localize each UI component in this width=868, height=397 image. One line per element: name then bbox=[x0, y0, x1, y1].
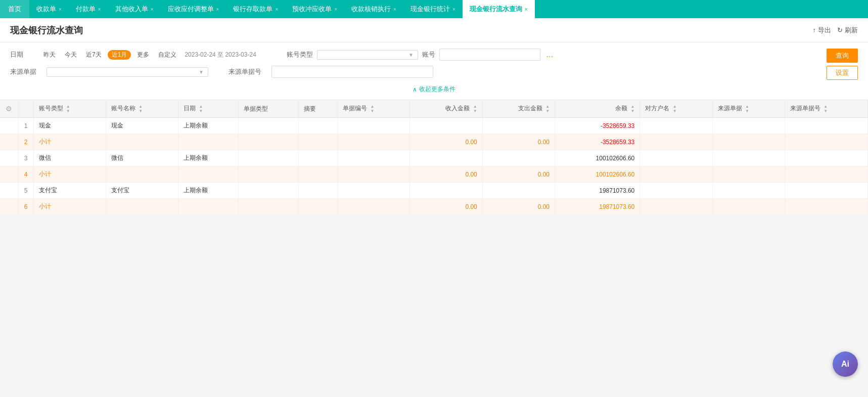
page-header: 现金银行流水查询 ↑ 导出 ↻ 刷新 bbox=[0, 18, 868, 42]
refresh-button[interactable]: ↻ 刷新 bbox=[837, 26, 858, 35]
source-doc-select[interactable]: ▼ bbox=[47, 67, 208, 77]
date-opt-today[interactable]: 今天 bbox=[62, 50, 80, 60]
nav-receipt-verify[interactable]: 收款核销执行 × bbox=[344, 0, 403, 18]
row-income-3: 0.00 bbox=[410, 166, 482, 183]
nav-cash-bank-stat-close[interactable]: × bbox=[452, 7, 455, 12]
date-opt-more[interactable]: 更多 bbox=[134, 50, 152, 60]
nav-other-income-close[interactable]: × bbox=[151, 7, 154, 12]
th-account-type-label: 账号类型 bbox=[39, 105, 63, 112]
collapse-icon: ∧ bbox=[413, 86, 417, 93]
th-source-doc-num[interactable]: 来源单据号 ▲▼ bbox=[785, 100, 867, 118]
th-balance[interactable]: 余额 ▲▼ bbox=[555, 100, 640, 118]
settings-button[interactable]: 设置 bbox=[827, 66, 858, 80]
row-income-0 bbox=[410, 118, 482, 134]
th-doc-num-label: 单据编号 bbox=[343, 105, 367, 112]
nav-cash-bank-flow-close[interactable]: × bbox=[525, 7, 528, 12]
nav-bank-deposit-close[interactable]: × bbox=[275, 7, 278, 12]
table-body: 1 现金 现金 上期余额 -3528659.33 2 小计 0.00 0.00 … bbox=[0, 118, 868, 215]
row-gear-2 bbox=[0, 150, 18, 166]
account-label: 账号 bbox=[422, 50, 435, 59]
nav-cash-bank-stat[interactable]: 现金银行统计 × bbox=[403, 0, 463, 18]
row-source-doc-num-0 bbox=[785, 118, 867, 134]
filter-area: 日期 昨天 今天 近7天 近1月 更多 自定义 2023-02-24 至 202… bbox=[0, 42, 868, 100]
row-account-type-5: 小计 bbox=[33, 199, 106, 215]
nav-receipt-verify-label: 收款核销执行 bbox=[351, 5, 391, 14]
row-balance-2: 100102606.60 bbox=[555, 150, 640, 166]
nav-ar-ap-adjust-close[interactable]: × bbox=[216, 7, 219, 12]
nav-prepay-offset-close[interactable]: × bbox=[334, 7, 337, 12]
table-header-row: ⚙ 账号类型 ▲▼ 账号名称 ▲▼ 日期 ▲▼ 单据类型 bbox=[0, 100, 868, 118]
refresh-icon: ↻ bbox=[837, 26, 843, 34]
th-counterpart[interactable]: 对方户名 ▲▼ bbox=[640, 100, 712, 118]
data-table: ⚙ 账号类型 ▲▼ 账号名称 ▲▼ 日期 ▲▼ 单据类型 bbox=[0, 100, 868, 215]
row-expend-0 bbox=[482, 118, 555, 134]
th-expend-amount[interactable]: 支出金额 ▲▼ bbox=[482, 100, 555, 118]
collapse-bar[interactable]: ∧ 收起更多条件 bbox=[10, 83, 858, 96]
query-button[interactable]: 查询 bbox=[827, 49, 858, 63]
row-expend-2 bbox=[482, 150, 555, 166]
nav-other-income[interactable]: 其他收入单 × bbox=[108, 0, 161, 18]
row-num-2: 3 bbox=[18, 150, 33, 166]
nav-receipt[interactable]: 收款单 × bbox=[29, 0, 69, 18]
row-source-doc-num-2 bbox=[785, 150, 867, 166]
row-doc-num-1 bbox=[338, 134, 410, 150]
account-dots-button[interactable]: ... bbox=[544, 50, 555, 59]
nav-ar-ap-adjust-label: 应收应付调整单 bbox=[168, 5, 214, 14]
refresh-label: 刷新 bbox=[845, 26, 858, 35]
table-row: 5 支付宝 支付宝 上期余额 19871073.60 bbox=[0, 183, 868, 199]
th-doc-num[interactable]: 单据编号 ▲▼ bbox=[338, 100, 410, 118]
sort-doc-num-icon: ▲▼ bbox=[370, 104, 374, 113]
row-source-doc-num-3 bbox=[785, 166, 867, 183]
settings-gear-icon[interactable]: ⚙ bbox=[6, 105, 12, 113]
nav-receipt-close[interactable]: × bbox=[59, 7, 62, 12]
th-income-amount[interactable]: 收入金额 ▲▼ bbox=[410, 100, 482, 118]
date-opt-7days[interactable]: 近7天 bbox=[83, 50, 105, 60]
row-balance-0: -3528659.33 bbox=[555, 118, 640, 134]
th-source-doc[interactable]: 来源单据 ▲▼ bbox=[712, 100, 785, 118]
filter-row-source: 来源单据 ▼ 来源单据号 bbox=[10, 66, 827, 78]
row-source-doc-num-5 bbox=[785, 199, 867, 215]
row-counterpart-3 bbox=[640, 166, 712, 183]
account-type-select[interactable]: ▼ bbox=[317, 50, 418, 60]
account-input[interactable] bbox=[439, 49, 540, 61]
row-counterpart-2 bbox=[640, 150, 712, 166]
source-doc-num-input[interactable] bbox=[271, 66, 433, 78]
th-summary-label: 摘要 bbox=[304, 105, 316, 112]
table-row: 4 小计 0.00 0.00 100102606.60 bbox=[0, 166, 868, 183]
row-account-type-1: 小计 bbox=[33, 134, 106, 150]
row-account-type-2: 微信 bbox=[33, 150, 106, 166]
th-account-name[interactable]: 账号名称 ▲▼ bbox=[106, 100, 178, 118]
table-row: 1 现金 现金 上期余额 -3528659.33 bbox=[0, 118, 868, 134]
th-expend-amount-label: 支出金额 bbox=[518, 105, 542, 112]
nav-payment[interactable]: 付款单 × bbox=[69, 0, 108, 18]
sort-date-icon: ▲▼ bbox=[199, 104, 203, 113]
nav-cash-bank-flow[interactable]: 现金银行流水查询 × bbox=[463, 0, 535, 18]
row-account-name-3 bbox=[106, 166, 178, 183]
sort-income-icon: ▲▼ bbox=[473, 104, 477, 113]
export-button[interactable]: ↑ 导出 bbox=[813, 26, 832, 35]
date-opt-1month[interactable]: 近1月 bbox=[108, 50, 131, 60]
date-opt-yesterday[interactable]: 昨天 bbox=[40, 50, 59, 60]
source-doc-label: 来源单据 bbox=[10, 67, 36, 76]
row-date-1 bbox=[178, 134, 239, 150]
th-date[interactable]: 日期 ▲▼ bbox=[178, 100, 239, 118]
nav-ar-ap-adjust[interactable]: 应收应付调整单 × bbox=[161, 0, 226, 18]
row-expend-5: 0.00 bbox=[482, 199, 555, 215]
nav-receipt-verify-close[interactable]: × bbox=[393, 7, 396, 12]
nav-prepay-offset[interactable]: 预收冲应收单 × bbox=[285, 0, 344, 18]
row-date-2: 上期余额 bbox=[178, 150, 239, 166]
th-rownum bbox=[18, 100, 33, 118]
row-date-5 bbox=[178, 199, 239, 215]
nav-cash-bank-stat-label: 现金银行统计 bbox=[410, 5, 450, 14]
row-expend-4 bbox=[482, 183, 555, 199]
row-num-3: 4 bbox=[18, 166, 33, 183]
row-gear-3 bbox=[0, 166, 18, 183]
row-doc-type-5 bbox=[238, 199, 298, 215]
nav-bank-deposit[interactable]: 银行存取款单 × bbox=[226, 0, 285, 18]
row-expend-3: 0.00 bbox=[482, 166, 555, 183]
th-counterpart-label: 对方户名 bbox=[645, 105, 669, 112]
date-opt-custom[interactable]: 自定义 bbox=[155, 50, 179, 60]
nav-payment-close[interactable]: × bbox=[98, 7, 101, 12]
th-account-type[interactable]: 账号类型 ▲▼ bbox=[33, 100, 106, 118]
nav-home[interactable]: 首页 bbox=[0, 0, 29, 18]
